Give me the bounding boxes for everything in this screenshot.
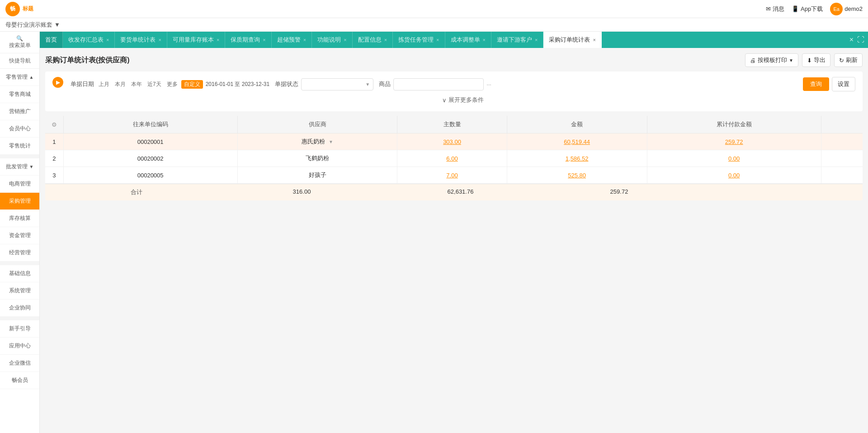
page-actions: 🖨 按模板打印 ▼ ⬇ 导出 ↻ 刷新 xyxy=(745,53,863,67)
print-chevron-icon: ▼ xyxy=(789,58,793,63)
sidebar-item-sys[interactable]: 系统管理 xyxy=(0,282,39,300)
date-shortcut-this-year[interactable]: 本年 xyxy=(129,80,144,89)
row1-amount-val[interactable]: 60,519.44 xyxy=(564,138,590,145)
tab-sfsummary[interactable]: 收发存汇总表 × xyxy=(63,32,115,48)
tab-func-desc[interactable]: 功能说明 × xyxy=(312,32,352,48)
export-button[interactable]: ⬇ 导出 xyxy=(802,53,830,67)
tab-home[interactable]: 首页 xyxy=(40,32,63,48)
settings-gear-icon[interactable]: ⚙ xyxy=(52,121,57,128)
date-shortcut-this-month[interactable]: 本月 xyxy=(113,80,127,89)
sidebar-label-sys: 系统管理 xyxy=(9,287,31,295)
sidebar-item-retail-stat[interactable]: 零售统计 xyxy=(0,138,39,155)
row2-amount-val[interactable]: 1,586.52 xyxy=(566,155,589,162)
sidebar-item-newbie[interactable]: 新手引导 xyxy=(0,320,39,338)
sidebar-item-collab[interactable]: 企业协同 xyxy=(0,300,39,317)
avatar-text: Ea xyxy=(834,6,840,12)
sidebar-item-ecom[interactable]: 电商管理 xyxy=(0,176,39,193)
tab-config[interactable]: 配置信息 × xyxy=(353,32,393,48)
sidebar-item-retail-shop[interactable]: 零售商城 xyxy=(0,86,39,103)
tab-warranty-close[interactable]: × xyxy=(263,37,265,43)
status-select[interactable] xyxy=(301,78,373,90)
date-shortcuts: 上月 本月 本年 近7天 更多 自定义 xyxy=(97,80,203,89)
row1-index: 1 xyxy=(45,133,63,150)
tab-purchase-stat[interactable]: 采购订单统计表 × xyxy=(543,32,601,48)
row2-qty-val[interactable]: 6.00 xyxy=(446,155,458,162)
sidebar-search[interactable]: 🔍 搜索菜单 xyxy=(0,32,39,53)
date-shortcut-7days[interactable]: 近7天 xyxy=(146,80,163,89)
tab-avail-stock-close[interactable]: × xyxy=(217,37,219,43)
footer-amount-val: 62,631.76 xyxy=(448,188,474,195)
query-button[interactable]: 查询 xyxy=(803,77,829,91)
row1-paid-val[interactable]: 259.72 xyxy=(725,138,743,145)
sidebar-label-ops: 经营管理 xyxy=(9,249,31,257)
tab-cost-adjust-close[interactable]: × xyxy=(483,37,486,43)
row3-qty: 7.00 xyxy=(397,167,507,184)
tab-invite-down[interactable]: 邀请下游客户 × xyxy=(491,32,543,48)
tab-avail-stock-label: 可用量库存账本 xyxy=(173,36,214,44)
sidebar-item-marketing[interactable]: 营销推广 xyxy=(0,103,39,120)
sidebar-label-finance: 资金管理 xyxy=(9,232,31,239)
status-label: 单据状态 xyxy=(275,80,298,88)
goods-input[interactable] xyxy=(393,78,484,90)
tab-avail-stock[interactable]: 可用量库存账本 × xyxy=(167,32,225,48)
tab-goods-stat[interactable]: 要货单统计表 × xyxy=(115,32,167,48)
settings-button[interactable]: 设置 xyxy=(832,77,855,91)
sidebar-label-purchase: 采购管理 xyxy=(9,197,31,205)
sidebar-label-appcenter: 应用中心 xyxy=(9,342,31,350)
tab-over-stock[interactable]: 超储预警 × xyxy=(272,32,312,48)
sidebar-item-wechat[interactable]: 企业微信 xyxy=(0,355,39,372)
sidebar-item-appcenter[interactable]: 应用中心 xyxy=(0,338,39,355)
message-btn[interactable]: ✉ 消息 xyxy=(766,5,784,13)
tab-cost-adjust[interactable]: 成本调整单 × xyxy=(445,32,491,48)
tab-warranty[interactable]: 保质期查询 × xyxy=(225,32,271,48)
refresh-label: 刷新 xyxy=(846,56,858,64)
tab-config-close[interactable]: × xyxy=(384,37,387,43)
sidebar-item-wholesale[interactable]: 批发管理 ▼ xyxy=(0,158,39,176)
workspace-selector[interactable]: 母婴行业演示账套 ▼ xyxy=(5,21,60,29)
sidebar-label-member2: 畅会员 xyxy=(12,376,28,384)
tab-close-all-btn[interactable]: × xyxy=(849,36,854,44)
row2-paid-val[interactable]: 0.00 xyxy=(728,155,740,162)
refresh-button[interactable]: ↻ 刷新 xyxy=(834,53,863,67)
row3-amount-val[interactable]: 525.80 xyxy=(568,172,586,179)
print-button[interactable]: 🖨 按模板打印 ▼ xyxy=(745,53,798,67)
date-shortcut-custom[interactable]: 自定义 xyxy=(181,80,203,89)
sidebar-item-retail-mgmt[interactable]: 零售管理 ▲ xyxy=(0,69,39,86)
filter-toggle-btn[interactable]: ▶ xyxy=(52,77,63,88)
sidebar-item-stock[interactable]: 库存核算 xyxy=(0,210,39,227)
tab-goods-stat-close[interactable]: × xyxy=(158,37,161,43)
sidebar-item-finance[interactable]: 资金管理 xyxy=(0,227,39,244)
th-amount: 金额 xyxy=(507,116,647,133)
footer-amount: 62,631.76 xyxy=(381,188,540,196)
tab-expand-btn[interactable]: ⛶ xyxy=(857,36,864,44)
tab-purchase-stat-close[interactable]: × xyxy=(593,37,595,43)
row3-qty-val[interactable]: 7.00 xyxy=(446,172,458,179)
user-menu[interactable]: Ea demo2 xyxy=(830,3,863,15)
goods-more-icon[interactable]: ··· xyxy=(486,81,491,88)
arrow-icon: ▲ xyxy=(29,75,34,80)
sidebar-label-member: 会员中心 xyxy=(9,125,31,133)
sidebar-quicknav[interactable]: 快捷导航 xyxy=(0,53,39,69)
tab-pick-task-close[interactable]: × xyxy=(436,37,439,43)
sidebar-item-member[interactable]: 会员中心 xyxy=(0,120,39,138)
page-content: 采购订单统计表(按供应商) 🖨 按模板打印 ▼ ⬇ 导出 ↻ 刷新 xyxy=(40,48,868,433)
row3-paid-val[interactable]: 0.00 xyxy=(728,172,740,179)
app-download-btn[interactable]: 📱 App下载 xyxy=(792,5,823,13)
date-shortcut-last-month[interactable]: 上月 xyxy=(97,80,111,89)
tab-func-desc-close[interactable]: × xyxy=(344,37,346,43)
expand-filter-btn[interactable]: ∨ 展开更多条件 xyxy=(71,94,855,106)
sidebar-item-member2[interactable]: 畅会员 xyxy=(0,372,39,389)
row1-qty-val[interactable]: 303.00 xyxy=(443,138,461,145)
tab-invite-down-close[interactable]: × xyxy=(535,37,538,43)
goods-label: 商品 xyxy=(379,80,391,88)
row1-expand-icon[interactable]: ▼ xyxy=(329,139,333,144)
tab-pick-task[interactable]: 拣货任务管理 × xyxy=(393,32,445,48)
sidebar-item-basic[interactable]: 基础信息 xyxy=(0,265,39,282)
sidebar-item-ops[interactable]: 经营管理 xyxy=(0,244,39,262)
sidebar-item-purchase[interactable]: 采购管理 xyxy=(0,193,39,210)
tab-sfsummary-close[interactable]: × xyxy=(106,37,109,43)
tab-over-stock-close[interactable]: × xyxy=(303,37,306,43)
date-shortcut-more[interactable]: 更多 xyxy=(165,80,179,89)
footer-extra xyxy=(698,188,857,196)
export-label: 导出 xyxy=(814,56,826,64)
